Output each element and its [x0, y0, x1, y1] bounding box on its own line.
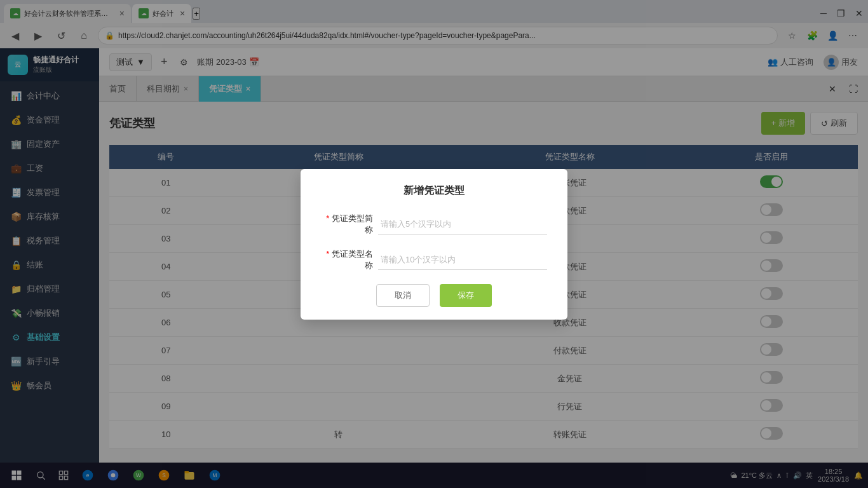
field-abbr-label: 凭证类型简称 — [321, 213, 378, 236]
cancel-button[interactable]: 取消 — [376, 284, 430, 307]
save-button[interactable]: 保存 — [440, 284, 492, 307]
field-abbr-input[interactable] — [378, 214, 547, 234]
form-group-name: 凭证类型名称 — [321, 248, 547, 271]
field-name-input[interactable] — [378, 250, 547, 270]
form-group-abbr: 凭证类型简称 — [321, 213, 547, 236]
add-voucher-modal: 新增凭证类型 凭证类型简称 凭证类型名称 取消 保存 — [301, 169, 567, 320]
modal-title: 新增凭证类型 — [321, 184, 547, 198]
field-name-label: 凭证类型名称 — [321, 248, 378, 271]
modal-overlay: 新增凭证类型 凭证类型简称 凭证类型名称 取消 保存 — [0, 0, 868, 488]
modal-actions: 取消 保存 — [321, 284, 547, 307]
